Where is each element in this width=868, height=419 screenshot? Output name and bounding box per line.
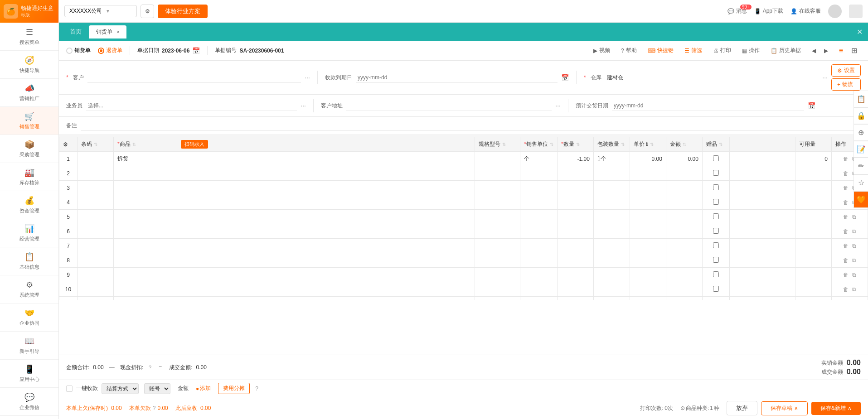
table-row[interactable]: 2 🗑 ⧉ bbox=[59, 166, 868, 181]
warehouse-dots-btn[interactable]: ··· bbox=[822, 74, 828, 81]
abandon-button[interactable]: 放弃 bbox=[727, 401, 757, 415]
cell-amount-7[interactable] bbox=[666, 253, 702, 268]
online-service-button[interactable]: 👤 在线客服 bbox=[790, 7, 821, 15]
expected-date-input[interactable] bbox=[612, 101, 804, 111]
payment-account-select[interactable]: 账号 bbox=[144, 383, 170, 394]
cell-product-2[interactable] bbox=[114, 181, 177, 195]
cell-unit-6[interactable] bbox=[520, 239, 558, 253]
delete-icon-2[interactable]: 🗑 bbox=[843, 185, 849, 191]
float-btn-3[interactable]: ⊕ bbox=[853, 124, 868, 141]
delete-icon-0[interactable]: 🗑 bbox=[843, 156, 849, 162]
cell-qty-10[interactable] bbox=[557, 297, 593, 300]
cell-gift-6[interactable] bbox=[702, 239, 729, 253]
cell-qty-2[interactable] bbox=[557, 181, 593, 195]
copy-icon-8[interactable]: ⧉ bbox=[852, 272, 856, 278]
th-amount[interactable]: 金额⇅ bbox=[666, 137, 702, 152]
cell-product-6[interactable] bbox=[114, 239, 177, 253]
table-row[interactable]: 1 拆货 个 -1.00 1个 0.00 0.00 0 🗑 ⧉ bbox=[59, 152, 868, 166]
cell-qty-8[interactable] bbox=[557, 268, 593, 282]
cell-barcode-0[interactable] bbox=[78, 152, 114, 166]
cell-barcode-2[interactable] bbox=[78, 181, 114, 195]
cell-pkg-10[interactable] bbox=[593, 297, 630, 300]
float-btn-5[interactable]: ✏ bbox=[853, 158, 868, 174]
sidebar-item-11[interactable]: 📖 新手引导 bbox=[0, 332, 58, 360]
th-settings[interactable]: ⚙ bbox=[59, 137, 78, 152]
cell-unit-2[interactable] bbox=[520, 181, 558, 195]
save-new-button[interactable]: 保存&新增 ∧ bbox=[811, 402, 861, 415]
cell-unit-1[interactable] bbox=[520, 166, 558, 181]
app-download-button[interactable]: 📱 App下载 bbox=[754, 7, 783, 15]
cell-ops-9[interactable]: 🗑 ⧉ bbox=[832, 282, 868, 297]
cell-gift-10[interactable] bbox=[702, 297, 729, 300]
view-list-btn[interactable]: ≡ bbox=[835, 45, 847, 57]
cell-amount-6[interactable] bbox=[666, 239, 702, 253]
th-spec[interactable]: 规格型号⇅ bbox=[475, 137, 520, 152]
salesperson-dots-btn[interactable]: ··· bbox=[301, 102, 306, 109]
cell-unit-3[interactable] bbox=[520, 195, 558, 210]
cell-barcode-3[interactable] bbox=[78, 195, 114, 210]
cell-price-8[interactable] bbox=[630, 268, 666, 282]
cell-product-8[interactable] bbox=[114, 268, 177, 282]
cell-pkg-0[interactable]: 1个 bbox=[593, 152, 630, 166]
history-btn[interactable]: 📋 历史单据 bbox=[767, 45, 805, 56]
cell-barcode-6[interactable] bbox=[78, 239, 114, 253]
due-date-calendar-icon[interactable]: 📅 bbox=[561, 74, 569, 81]
cell-spec-5[interactable] bbox=[475, 224, 520, 239]
th-available[interactable]: 可用量 bbox=[795, 137, 832, 152]
customer-addr-input[interactable] bbox=[346, 101, 552, 111]
calendar-icon[interactable]: 📅 bbox=[192, 47, 200, 54]
cell-unit-7[interactable] bbox=[520, 253, 558, 268]
filter-btn[interactable]: ☰ 筛选 bbox=[681, 45, 706, 56]
cell-pkg-1[interactable] bbox=[593, 166, 630, 181]
cell-barcode-9[interactable] bbox=[78, 282, 114, 297]
cell-amount-10[interactable] bbox=[666, 297, 702, 300]
cell-pkg-5[interactable] bbox=[593, 224, 630, 239]
sidebar-item-9[interactable]: ⚙ 系统管理 bbox=[0, 275, 58, 303]
cell-qty-0[interactable]: -1.00 bbox=[557, 152, 593, 166]
trial-button[interactable]: 体验行业方案 bbox=[158, 5, 208, 18]
cell-pkg-6[interactable] bbox=[593, 239, 630, 253]
tab-sales-order[interactable]: 销货单 × bbox=[89, 25, 126, 39]
sidebar-item-12[interactable]: 📱 应用中心 bbox=[0, 360, 58, 388]
help-btn[interactable]: ? 帮助 bbox=[617, 45, 640, 56]
customer-input[interactable] bbox=[87, 72, 301, 83]
cell-product-4[interactable] bbox=[114, 210, 177, 224]
close-all-icon[interactable]: ✕ bbox=[857, 28, 863, 36]
float-btn-6[interactable]: ☆ bbox=[853, 174, 868, 191]
cell-unit-8[interactable] bbox=[520, 268, 558, 282]
copy-icon-9[interactable]: ⧉ bbox=[852, 286, 856, 293]
th-pkg-qty[interactable]: 包装数量⇅ bbox=[593, 137, 630, 152]
float-btn-4[interactable]: 📝 bbox=[853, 141, 868, 158]
cell-amount-8[interactable] bbox=[666, 268, 702, 282]
operate-btn[interactable]: ▦ 操作 bbox=[738, 45, 763, 56]
cell-price-1[interactable] bbox=[630, 166, 666, 181]
shortcut-btn[interactable]: ⌨ 快捷键 bbox=[644, 45, 677, 56]
cell-price-10[interactable] bbox=[630, 297, 666, 300]
cell-amount-5[interactable] bbox=[666, 224, 702, 239]
delete-icon-6[interactable]: 🗑 bbox=[843, 243, 849, 249]
table-row[interactable]: 11 🗑 ⧉ bbox=[59, 297, 868, 300]
topbar-gear-button[interactable]: ⚙ bbox=[141, 5, 154, 18]
float-btn-2[interactable]: 🔒 bbox=[853, 107, 868, 124]
tab-home[interactable]: 首页 bbox=[64, 25, 87, 39]
th-product[interactable]: *商品⇅ bbox=[114, 137, 177, 152]
cell-price-4[interactable] bbox=[630, 210, 666, 224]
cell-gift-2[interactable] bbox=[702, 181, 729, 195]
cell-spec-3[interactable] bbox=[475, 195, 520, 210]
cell-spec-8[interactable] bbox=[475, 268, 520, 282]
cell-unit-0[interactable]: 个 bbox=[520, 152, 558, 166]
delete-icon-3[interactable]: 🗑 bbox=[843, 199, 849, 206]
cell-spec-10[interactable] bbox=[475, 297, 520, 300]
salesperson-input[interactable] bbox=[86, 101, 297, 111]
table-wrapper[interactable]: ⚙ 条码⇅ *商品⇅ 扫码录入 规格型号⇅ *销售单位⇅ *数量⇅ 包装数量⇅ … bbox=[59, 137, 868, 300]
delete-icon-5[interactable]: 🗑 bbox=[843, 228, 849, 235]
cell-barcode-8[interactable] bbox=[78, 268, 114, 282]
sidebar-item-7[interactable]: 📊 经营管理 bbox=[0, 219, 58, 247]
cell-gift-9[interactable] bbox=[702, 282, 729, 297]
video-btn[interactable]: ▶ 视频 bbox=[590, 45, 614, 56]
cell-pkg-2[interactable] bbox=[593, 181, 630, 195]
nav-next-btn[interactable]: ▶ bbox=[820, 46, 832, 56]
cell-gift-8[interactable] bbox=[702, 268, 729, 282]
sidebar-item-13[interactable]: 💬 企业微信 bbox=[0, 388, 58, 416]
cell-qty-1[interactable] bbox=[557, 166, 593, 181]
